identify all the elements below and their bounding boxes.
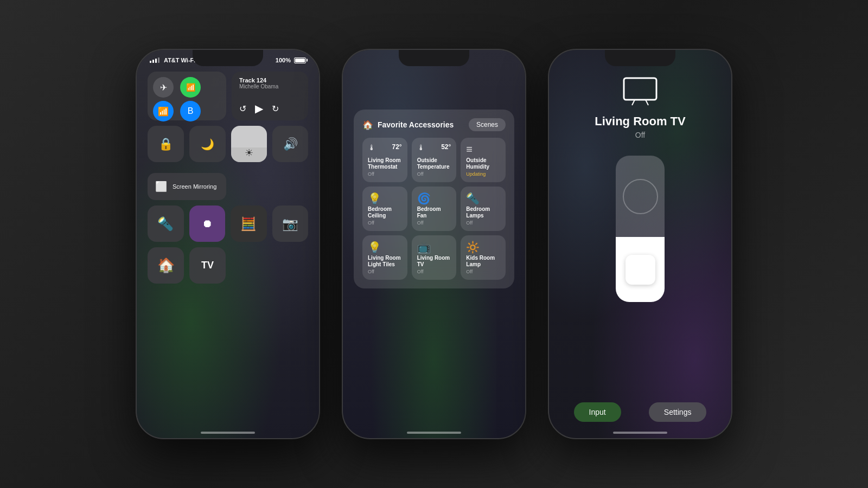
tv-name: Living Room TV xyxy=(595,114,685,129)
orientation-lock-btn[interactable]: 🔒 xyxy=(148,126,184,162)
status-right-1: 100% xyxy=(276,57,306,63)
tile-living-room-light-tiles[interactable]: 💡 Living Room Light Tiles Off xyxy=(362,235,407,280)
tile-outside-humidity[interactable]: ≡ Outside Humidity Updating xyxy=(461,138,506,182)
control-center: ✈ 📶 📶 B Track 124 xyxy=(137,64,319,284)
tile-living-room-tv[interactable]: 📺 Living Room TV Off xyxy=(412,235,457,280)
home-indicator-2[interactable] xyxy=(407,432,461,434)
media-info: Track 124 Michelle Obama xyxy=(239,77,301,89)
accessories-grid: 🌡 72° Living Room Thermostat Off 🌡 xyxy=(362,138,506,280)
tile-6-status: Off xyxy=(368,269,402,274)
screen-mirroring-btn[interactable]: ⬜ Screen Mirroring xyxy=(148,173,226,200)
mirror-icon: ⬜ xyxy=(155,181,167,192)
tile-bedroom-fan[interactable]: 🌀 Bedroom Fan Off xyxy=(412,187,457,231)
cc-top-row: ✈ 📶 📶 B Track 124 xyxy=(148,72,308,120)
cellular-btn[interactable]: 📶 xyxy=(180,77,201,98)
input-button[interactable]: Input xyxy=(574,402,621,422)
brightness-slider[interactable]: ☀ xyxy=(231,126,267,162)
tile-7-status: Off xyxy=(417,269,451,274)
tv-off-status: Off xyxy=(635,131,645,139)
carrier-text: AT&T Wi-Fi xyxy=(164,57,195,63)
calculator-btn[interactable]: 🧮 xyxy=(231,206,267,242)
tile-5-name: Bedroom Lamps xyxy=(466,206,500,219)
accessories-card: 🏠 Favorite Accessories Scenes 🌡 72° xyxy=(354,110,514,288)
home-indicator-1[interactable] xyxy=(201,432,255,434)
tile-6-info: Living Room Light Tiles Off xyxy=(368,255,402,274)
accessories-header: 🏠 Favorite Accessories Scenes xyxy=(362,118,506,131)
tile-living-room-thermostat[interactable]: 🌡 72° Living Room Thermostat Off xyxy=(362,138,407,182)
tile-8-status: Off xyxy=(466,269,500,274)
airplane-btn[interactable]: ✈ xyxy=(153,77,174,98)
tv-tile-icon: 📺 xyxy=(417,241,431,253)
cc-app-row: 🏠 TV xyxy=(148,247,308,284)
apple-tv-btn[interactable]: TV xyxy=(189,247,226,284)
notch-3 xyxy=(605,50,675,66)
remote-nav-ring[interactable] xyxy=(623,179,658,214)
remote-touch-area[interactable] xyxy=(626,255,655,285)
camera-btn[interactable]: 📷 xyxy=(272,206,309,242)
rewind-icon[interactable]: ↺ xyxy=(239,104,246,114)
ceiling-light-icon: 💡 xyxy=(368,192,381,204)
humidity-icon: ≡ xyxy=(466,143,473,155)
tile-2-status: Updating xyxy=(466,171,500,177)
cc-bottom-row: 🔦 ⏺ 🧮 📷 xyxy=(148,206,308,242)
screen-record-btn[interactable]: ⏺ xyxy=(189,206,226,242)
media-artist: Michelle Obama xyxy=(239,84,301,89)
home-app-btn[interactable]: 🏠 xyxy=(148,247,184,284)
tile-bedroom-lamps[interactable]: 🔦 Bedroom Lamps Off xyxy=(461,187,506,231)
volume-slider[interactable]: 🔊 xyxy=(272,126,308,162)
cc-mirror-row: ⬜ Screen Mirroring xyxy=(148,168,308,200)
tile-4-info: Bedroom Fan Off xyxy=(417,206,451,226)
tile-kids-room-lamp[interactable]: 🔆 Kids Room Lamp Off xyxy=(461,235,506,280)
tile-2-name: Outside Humidity xyxy=(466,157,500,170)
network-panel: ✈ 📶 📶 B xyxy=(148,72,226,120)
tile-4-status: Off xyxy=(417,220,451,226)
tile-5-header: 🔦 xyxy=(466,192,500,205)
temperature-icon: 🌡 xyxy=(417,143,425,152)
battery-icon xyxy=(294,57,306,63)
home-indicator-3[interactable] xyxy=(613,432,667,434)
brightness-icon: ☀ xyxy=(245,147,253,159)
tile-3-status: Off xyxy=(368,220,402,226)
tile-1-name: Outside Temperature xyxy=(417,157,451,170)
tile-outside-temperature[interactable]: 🌡 52° Outside Temperature Off xyxy=(412,138,457,182)
tv-control: Living Room TV Off xyxy=(549,50,731,302)
wifi-btn[interactable]: 📶 xyxy=(153,101,174,121)
flashlight-btn[interactable]: 🔦 xyxy=(148,206,184,242)
tile-7-name: Living Room TV xyxy=(417,255,451,268)
tile-1-info: Outside Temperature Off xyxy=(417,157,451,177)
tile-bedroom-ceiling[interactable]: 💡 Bedroom Ceiling Off xyxy=(362,187,407,231)
phone-2: 🏠 Favorite Accessories Scenes 🌡 72° xyxy=(342,49,526,439)
tile-8-info: Kids Room Lamp Off xyxy=(466,255,500,274)
tile-7-info: Living Room TV Off xyxy=(417,255,451,274)
main-scene: AT&T Wi-Fi ▾ 100% xyxy=(0,0,868,488)
bluetooth-btn[interactable]: B xyxy=(180,101,201,121)
phone-3: Living Room TV Off Inpu xyxy=(548,49,732,439)
remote-bottom xyxy=(616,237,665,302)
scenes-button[interactable]: Scenes xyxy=(469,118,506,131)
settings-button[interactable]: Settings xyxy=(649,402,707,422)
tv-bottom-btns: Input Settings xyxy=(549,402,731,422)
forward-icon[interactable]: ↻ xyxy=(272,104,279,114)
thermostat-icon: 🌡 xyxy=(368,143,375,152)
tile-1-status: Off xyxy=(417,171,451,177)
notch-2 xyxy=(399,50,469,66)
tile-1-header: 🌡 52° xyxy=(417,143,451,154)
cc-mid-row: 🔒 🌙 ☀ 🔊 xyxy=(148,126,308,162)
battery-pct: 100% xyxy=(276,57,291,63)
accessories-title: 🏠 Favorite Accessories xyxy=(362,120,454,130)
svg-rect-0 xyxy=(624,78,656,100)
temp-value: 52° xyxy=(441,143,451,151)
tile-4-header: 🌀 xyxy=(417,192,451,205)
media-controls: ↺ ▶ ↻ xyxy=(239,102,301,115)
tile-6-header: 💡 xyxy=(368,241,402,254)
play-icon[interactable]: ▶ xyxy=(255,102,263,115)
tile-2-header: ≡ xyxy=(466,143,500,156)
thermostat-value: 72° xyxy=(392,143,402,151)
light-tiles-icon: 💡 xyxy=(368,241,381,253)
media-player: Track 124 Michelle Obama ↺ ▶ ↻ xyxy=(232,72,308,120)
network-row-1: ✈ 📶 xyxy=(153,77,221,98)
accessories-home-icon: 🏠 xyxy=(362,120,373,130)
do-not-disturb-btn[interactable]: 🌙 xyxy=(189,126,226,162)
tile-5-status: Off xyxy=(466,220,500,226)
kids-lamp-icon: 🔆 xyxy=(466,241,480,253)
